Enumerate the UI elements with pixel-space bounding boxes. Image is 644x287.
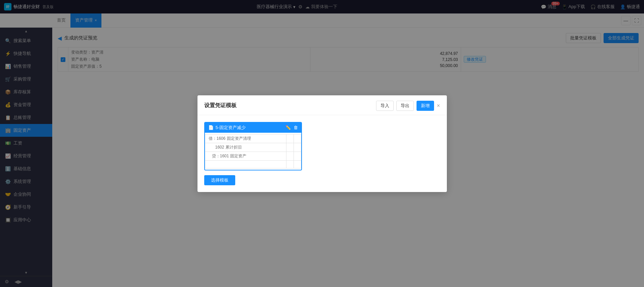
modal-header: 设置凭证模板 导入 导出 新增 × [197, 95, 447, 115]
modal-body: 📄 5-固定资产减少 ✏️ 🗑 [197, 115, 447, 192]
choose-template-button[interactable]: 选择模板 [204, 175, 235, 185]
template-delete-icon[interactable]: 🗑 [294, 125, 298, 130]
template-edit-icon[interactable]: ✏️ [285, 125, 291, 130]
new-template-button[interactable]: 新增 [417, 101, 434, 111]
template-table: 借：1606 固定资产清理 1602 累计折旧 [205, 134, 301, 168]
import-button[interactable]: 导入 [376, 101, 394, 111]
modal-header-actions: 导入 导出 新增 × [376, 101, 440, 111]
template-file-icon: 📄 [208, 125, 214, 130]
template-card-body: 借：1606 固定资产清理 1602 累计折旧 [205, 133, 301, 170]
template-card-actions: ✏️ 🗑 [285, 125, 298, 130]
modal-dialog: 设置凭证模板 导入 导出 新增 × 📄 [197, 95, 447, 192]
choose-template-area: 选择模板 [204, 175, 440, 185]
template-card-header: 📄 5-固定资产减少 ✏️ 🗑 [205, 123, 301, 133]
template-row-debit2: 1602 累计折旧 [205, 143, 301, 152]
export-button[interactable]: 导出 [396, 101, 414, 111]
template-header-label: 5-固定资产减少 [216, 125, 246, 131]
modal-close-button[interactable]: × [437, 103, 440, 109]
template-card: 📄 5-固定资产减少 ✏️ 🗑 [204, 122, 302, 170]
template-row-credit: 贷：1601 固定资产 [205, 152, 301, 160]
modal-title: 设置凭证模板 [204, 102, 237, 109]
modal-overlay: 设置凭证模板 导入 导出 新增 × 📄 [52, 28, 644, 287]
template-row-empty [205, 160, 301, 168]
template-row-debit1: 借：1606 固定资产清理 [205, 134, 301, 143]
main-area: ▲ 🔍 搜索菜单 ⚡ 快捷导航 📊 销售管理 🛒 采购管理 [0, 28, 644, 287]
content-area: ◀ 生成的凭证预览 批量凭证模板 全部生成凭证 ✓ [52, 28, 644, 287]
